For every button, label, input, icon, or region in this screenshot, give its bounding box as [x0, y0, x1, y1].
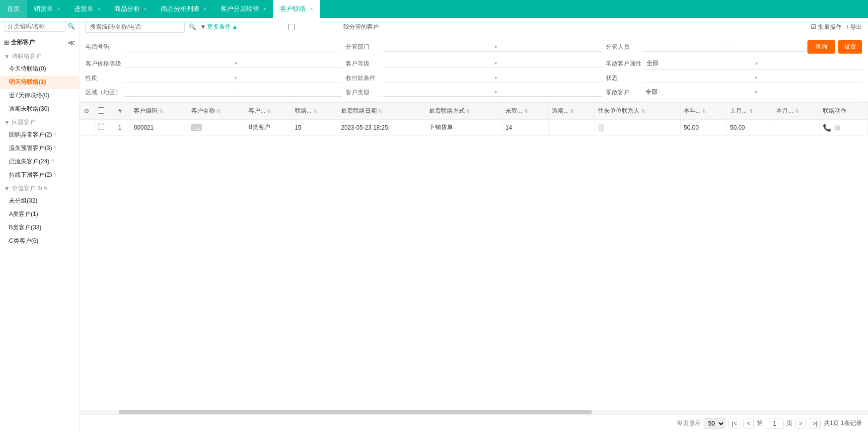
- filter-payment-dropdown[interactable]: ▾: [383, 73, 602, 82]
- group-problem-title[interactable]: ▼ 问题客户: [0, 116, 79, 128]
- qr-action-icon[interactable]: ⊞: [834, 124, 840, 132]
- last-month-col-header[interactable]: 上月... ⇅: [727, 103, 773, 120]
- sidebar-item-overdue[interactable]: 逾期未联络(30): [0, 102, 79, 116]
- filter-row-3: 性质 ▾ 收付款条件 ▾ 状态: [85, 73, 862, 82]
- nav-purchase[interactable]: 进货单 ×: [67, 0, 107, 18]
- nav-analysis[interactable]: 商品分析 ×: [107, 0, 154, 18]
- more-filter-button[interactable]: ▼ 更多条件 ▲: [200, 23, 238, 31]
- contact-col-header[interactable]: 联络... ⇅: [291, 103, 338, 120]
- partner-contact-col-header[interactable]: 往来单位联系人 ⇅: [595, 103, 681, 120]
- edit-icon[interactable]: ✎: [43, 185, 48, 192]
- nav-home[interactable]: 首页: [0, 0, 27, 18]
- row-num: 1: [115, 120, 131, 136]
- filter-phone-label: 电话号码: [85, 43, 120, 51]
- close-icon[interactable]: ×: [263, 6, 266, 12]
- settings-col-header[interactable]: ⚙: [79, 103, 94, 120]
- sidebar-item-c-class[interactable]: C类客户(6): [0, 234, 79, 248]
- batch-op-label: 批量操作: [818, 23, 842, 31]
- group-pending-contact-title[interactable]: ▼ 待联络客户: [0, 50, 79, 62]
- advanced-filters-panel: 电话号码 分管部门 ▾ 分管人员 ···: [79, 36, 868, 103]
- nav-customer-contact[interactable]: 客户联络 ×: [273, 0, 320, 18]
- group-value-title[interactable]: ▼ 价值客户 ↻ ✎: [0, 182, 79, 194]
- filter-dept-dropdown[interactable]: ▾: [383, 43, 602, 52]
- sidebar-item-b-class[interactable]: B类客户(33): [0, 221, 79, 234]
- collapse-icon[interactable]: ≪: [68, 39, 75, 47]
- filter-manager-label: 分管人员: [606, 43, 641, 51]
- phone-action-icon[interactable]: 📞: [823, 124, 831, 132]
- next-page-button[interactable]: >: [796, 419, 806, 429]
- close-icon[interactable]: ×: [144, 6, 147, 12]
- scrollbar-thumb[interactable]: [119, 410, 592, 414]
- nav-analysis-list[interactable]: 商品分析列表 ×: [154, 0, 214, 18]
- last-contact-link[interactable]: 下销货单: [429, 124, 453, 131]
- filter-customer-level-dropdown[interactable]: ▾: [383, 59, 602, 68]
- close-icon[interactable]: ×: [310, 6, 313, 12]
- search-button[interactable]: 🔍: [189, 23, 196, 30]
- sidebar-item-abnormal[interactable]: 回购异常客户(2) ?: [0, 128, 79, 142]
- last-page-button[interactable]: >|: [809, 419, 821, 429]
- sidebar-item-churned[interactable]: 已流失客户(24) ?: [0, 155, 79, 168]
- sidebar-item-ungrouped[interactable]: 未分组(32): [0, 194, 79, 208]
- refresh-icon[interactable]: ↻: [38, 185, 42, 192]
- last-contact-method-col-header[interactable]: 最后联络方式 ⇅: [426, 103, 503, 120]
- chevron-up-icon: ▲: [232, 23, 238, 30]
- sidebar-search-input[interactable]: [4, 21, 66, 32]
- per-page-select[interactable]: 50: [704, 418, 725, 429]
- my-customer-checkbox[interactable]: [242, 24, 341, 30]
- settings-button[interactable]: 设置: [838, 40, 862, 54]
- row-checkbox[interactable]: [98, 124, 104, 130]
- page-number-input[interactable]: [766, 419, 784, 429]
- horizontal-scrollbar[interactable]: [79, 410, 868, 414]
- group-title-label: 价值客户: [12, 184, 36, 193]
- sidebar-item-a-class[interactable]: A类客户(1): [0, 208, 79, 221]
- filter-retail-customer-dropdown[interactable]: 全部 ▾: [644, 86, 862, 98]
- all-customers-header[interactable]: ⊞ 全部客户 ≪: [0, 35, 79, 50]
- sort-icon: ⇅: [466, 108, 470, 114]
- filter-region-dropdown[interactable]: ···: [124, 88, 342, 97]
- search-input[interactable]: [85, 21, 185, 33]
- query-button[interactable]: 查询: [807, 40, 835, 54]
- page-unit: 页: [787, 419, 793, 428]
- select-all-checkbox[interactable]: [98, 107, 104, 114]
- type-col-header[interactable]: 客户... ⇅: [245, 103, 291, 120]
- code-col-header[interactable]: 客户编码 ⇅: [131, 103, 188, 120]
- filter-retail-attr-label: 零散客户属性: [606, 60, 642, 68]
- filter-status-dropdown[interactable]: ▾: [644, 73, 862, 82]
- nav-sales[interactable]: 销货单 ×: [27, 0, 67, 18]
- filter-retail-attr-dropdown[interactable]: 全部 ▾: [645, 58, 862, 70]
- sidebar-item-churn-warn[interactable]: 流失预警客户(3) ?: [0, 142, 79, 155]
- close-icon[interactable]: ×: [97, 6, 100, 12]
- this-year-col-header[interactable]: 本年... ⇅: [681, 103, 727, 120]
- no-contact-col-header[interactable]: 未联... ⇅: [502, 103, 548, 120]
- table-row: 1 000021 Ea B类客户 15 2023-05-23 18:25: 下销…: [79, 120, 868, 136]
- sidebar-item-declining[interactable]: 持续下滑客户(2) ?: [0, 168, 79, 182]
- last-contact-date-col-header[interactable]: 最后联络日期 ⇅: [338, 103, 426, 120]
- close-icon[interactable]: ×: [57, 6, 60, 12]
- sidebar-item-today[interactable]: 今天待联络(0): [0, 62, 79, 75]
- filter-manager: 分管人员 ··· 查询 设置: [606, 40, 862, 54]
- sidebar-item-tomorrow[interactable]: 明天待联络(1): [0, 75, 79, 89]
- sidebar-search-icon[interactable]: 🔍: [68, 23, 75, 30]
- nav-customer-tier[interactable]: 客户分层经营 ×: [214, 0, 273, 18]
- batch-op-button[interactable]: ☑ 批量操作: [811, 23, 842, 31]
- row-contact: 15: [291, 120, 338, 136]
- name-col-header[interactable]: 客户名称 ⇅: [188, 103, 245, 120]
- total-label: 共1页 1条记录: [824, 419, 862, 428]
- prev-page-button[interactable]: <: [743, 419, 754, 429]
- checkbox-col-header[interactable]: [94, 103, 115, 120]
- checkbox-icon: ☑: [811, 23, 816, 30]
- first-page-button[interactable]: |<: [728, 419, 740, 429]
- export-button[interactable]: ↑ 导出: [846, 23, 862, 31]
- filter-price-level-dropdown[interactable]: ▾: [124, 59, 342, 68]
- filter-row-2: 客户价格等级 ▾ 客户等级 ▾ 零散客户属性 全部: [85, 58, 862, 70]
- overdue-col-header[interactable]: 逾期... ⇅: [548, 103, 594, 120]
- filter-customer-type-dropdown[interactable]: ▾: [383, 88, 602, 97]
- sidebar-item-7days[interactable]: 近7天待联络(0): [0, 89, 79, 102]
- row-last-contact-date: 2023-05-23 18:25:: [338, 120, 426, 136]
- my-customer-checkbox-label[interactable]: 我分管的客户: [242, 23, 379, 31]
- close-icon[interactable]: ×: [204, 6, 207, 12]
- filter-manager-dropdown[interactable]: ···: [644, 43, 804, 52]
- filter-phone-input[interactable]: [123, 42, 342, 52]
- filter-nature-dropdown[interactable]: ▾: [123, 73, 342, 82]
- this-month-col-header[interactable]: 本月... ⇅: [773, 103, 819, 120]
